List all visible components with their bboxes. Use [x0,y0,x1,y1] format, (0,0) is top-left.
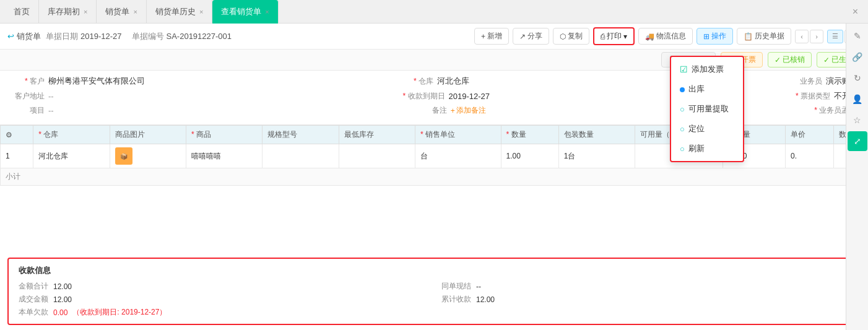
view-list-button[interactable]: ☰ [827,30,843,43]
cell-product: 嘻嘻嘻嘻 [186,144,262,168]
col-qty: 数量 [501,126,558,144]
cell-pack-qty: 1台 [558,144,635,168]
add-icon: + [481,32,485,41]
doc-type-badge: ↩ 销货单 [7,31,41,42]
window-close-button[interactable]: × [848,6,863,17]
panel-star-icon[interactable]: ☆ [848,110,867,130]
cell-unit: 台 [415,144,501,168]
tab-close-history[interactable]: × [199,8,203,15]
ticket-type-label: 票据类型 [796,91,830,102]
col-spec: 规格型号 [263,126,339,144]
note-field: 备注 + 添加备注 [412,105,815,116]
nav-arrows: ‹ › [795,30,823,43]
effective-icon: ✓ [823,56,830,64]
logistics-icon: 🚚 [645,32,654,41]
panel-edit-icon[interactable]: ✎ [848,26,867,46]
panel-link-icon[interactable]: 🔗 [848,47,867,67]
doc-type-label: 销货单 [17,31,41,42]
dropdown-refresh[interactable]: ○ 刷新 [671,139,743,158]
project-value: -- [48,106,412,115]
warehouse-label: 仓库 [399,76,433,87]
tab-close-inventory[interactable]: × [84,8,87,15]
col-min-stock: 最低库存 [339,126,415,144]
address-value: -- [48,92,403,101]
operate-dropdown: ☑ 添加发票 出库 ○ 可用量提取 ○ 定位 ○ 刷新 [670,56,744,162]
cell-warehouse: 河北仓库 [33,144,110,168]
history-icon: 📋 [744,32,753,41]
add-note-icon: + [451,106,455,115]
add-note-button[interactable]: + 添加备注 [451,105,486,116]
receipt-info-grid: 金额合计 12.00 同单现结 -- 成交金额 12.00 累计收款 12.00… [19,281,849,318]
tab-sales-history[interactable]: 销货单历史 × [147,0,212,24]
print-button[interactable]: ⎙ 打印 ▾ [593,27,635,45]
share-icon: ↗ [519,32,526,41]
refresh-icon: ○ [680,144,685,154]
note-label: 备注 [412,105,447,116]
share-button[interactable]: ↗ 分享 [513,28,549,45]
logistics-button[interactable]: 🚚 物流信息 [638,28,693,45]
product-image: 📦 [115,147,132,165]
available-extract-icon: ○ [680,105,685,114]
receipt-info-title: 收款信息 [19,265,849,276]
cell-min-stock [339,144,415,168]
balance-row: 本单欠款 0.00 （收款到期日: 2019-12-27） [19,307,849,318]
history-doc-button[interactable]: 📋 历史单据 [737,28,791,45]
print-dropdown-icon: ▾ [623,32,627,41]
operate-button[interactable]: ⊞ 操作 [697,28,733,45]
customer-field: 客户 柳州粤港平安气体有限公司 [10,76,399,87]
cell-no: 1 [1,144,33,168]
nav-prev-button[interactable]: ‹ [795,30,809,43]
subtotal-row: 小计 [1,168,868,186]
address-label: 客户地址 [10,91,45,102]
panel-expand-icon[interactable]: ⤢ [848,131,867,151]
col-unit-price: 单价 [786,126,834,144]
nav-next-button[interactable]: › [810,30,823,43]
customer-label: 客户 [10,76,45,87]
customer-value: 柳州粤港平安气体有限公司 [48,76,399,87]
tab-sales-order[interactable]: 销货单 × [97,0,146,24]
col-pack-qty: 包装数量 [558,126,635,144]
doc-type-icon: ↩ [7,32,14,41]
copy-icon: ⬡ [560,32,566,41]
doc-meta: 单据日期 2019-12-27 单据编号 SA-20191227-001 [46,31,469,42]
copy-button[interactable]: ⬡ 复制 [553,28,589,45]
right-panel: ✎ 🔗 ↻ 👤 ☆ ⤢ [846,24,868,330]
dropdown-locate[interactable]: ○ 定位 [671,119,743,139]
dropdown-add-invoice[interactable]: ☑ 添加发票 [671,59,743,79]
panel-user-icon[interactable]: 👤 [848,89,867,109]
due-date-label: 收款到期日 [403,91,445,102]
dropdown-available-extract[interactable]: ○ 可用量提取 [671,99,743,119]
cell-image: 📦 [110,144,186,168]
tab-close-sales[interactable]: × [133,8,137,15]
project-label: 项目 [10,105,45,116]
tab-bar: 首页 库存期初 × 销货单 × 销货单历史 × 查看销货单 × × [0,0,868,24]
add-button[interactable]: + 新增 [474,28,509,45]
tab-home[interactable]: 首页 [5,0,39,24]
toolbar-actions: + 新增 ↗ 分享 ⬡ 复制 ⎙ 打印 ▾ 🚚 物流信 [474,27,861,45]
address-field: 客户地址 -- [10,91,403,102]
approved-icon: ✓ [775,56,781,64]
tab-close-view-sales[interactable]: × [265,8,269,15]
outbound-icon [680,85,685,94]
col-image: 商品图片 [110,126,186,144]
col-warehouse: 仓库 [33,126,110,144]
cumulative-row: 累计收款 12.00 [441,294,849,305]
cell-qty: 1.00 [501,144,558,168]
cell-unit-price: 0. [786,144,834,168]
col-settings[interactable]: ⚙ [1,126,33,144]
add-invoice-icon: ☑ [680,64,688,74]
dropdown-outbound[interactable]: 出库 [671,79,743,99]
cell-spec [263,144,339,168]
same-order-row: 同单现结 -- [441,281,849,292]
panel-sync-icon[interactable]: ↻ [848,68,867,88]
approved-button[interactable]: ✓ 已核销 [768,52,812,67]
transaction-row: 成交金额 12.00 [19,294,427,305]
doc-no-field: 单据编号 SA-20191227-001 [132,31,232,42]
project-field: 项目 -- [10,105,412,116]
subtotal-label: 小计 [1,168,868,186]
locate-icon: ○ [680,124,685,134]
tab-inventory-init[interactable]: 库存期初 × [39,0,97,24]
col-product: 商品 [186,126,262,144]
tab-view-sales[interactable]: 查看销货单 × [212,0,278,24]
print-icon: ⎙ [601,32,605,41]
